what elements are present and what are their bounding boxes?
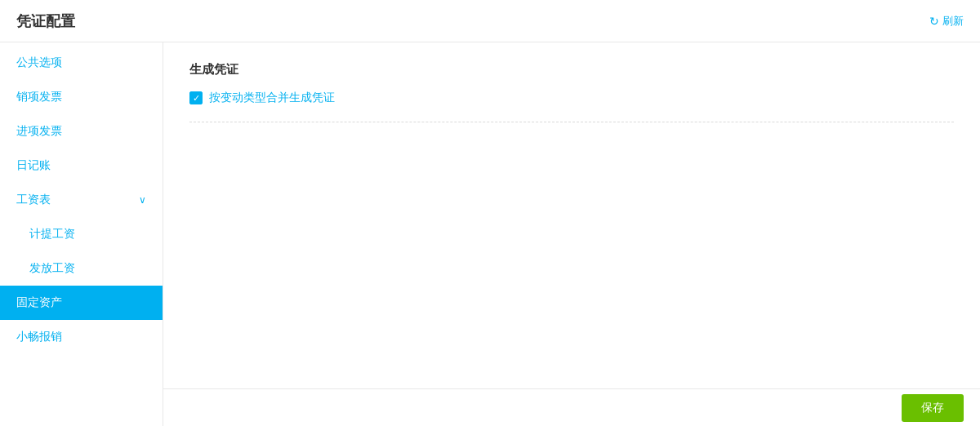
sidebar: 公共选项销项发票进项发票日记账工资表∨计提工资发放工资固定资产小畅报销	[0, 42, 163, 426]
checkbox-row: 按变动类型合并生成凭证	[189, 91, 954, 105]
checkbox-label[interactable]: 按变动类型合并生成凭证	[209, 91, 335, 105]
sidebar-item-petty-expense[interactable]: 小畅报销	[0, 320, 163, 354]
sidebar-item-label: 销项发票	[16, 90, 62, 104]
sidebar-item-purchase-invoice[interactable]: 进项发票	[0, 114, 163, 149]
header: 凭证配置 ↻ 刷新	[0, 0, 980, 42]
section-divider	[189, 122, 954, 122]
sidebar-item-payroll-provision[interactable]: 计提工资	[0, 217, 163, 251]
chevron-down-icon: ∨	[139, 194, 146, 206]
sidebar-item-label: 日记账	[16, 158, 51, 173]
merge-checkbox[interactable]	[189, 91, 203, 104]
sidebar-item-public-options[interactable]: 公共选项	[0, 46, 163, 80]
sidebar-item-label: 公共选项	[16, 55, 62, 70]
sidebar-item-sales-invoice[interactable]: 销项发票	[0, 80, 163, 114]
refresh-icon: ↻	[929, 15, 939, 28]
sidebar-item-journal[interactable]: 日记账	[0, 149, 163, 183]
sidebar-item-label: 发放工资	[29, 261, 75, 276]
sidebar-item-label: 计提工资	[29, 227, 75, 242]
sidebar-item-fixed-assets[interactable]: 固定资产	[0, 286, 163, 320]
section-title: 生成凭证	[189, 62, 954, 78]
sidebar-item-label: 工资表	[16, 193, 51, 207]
refresh-button[interactable]: ↻ 刷新	[929, 14, 964, 29]
refresh-label: 刷新	[942, 14, 964, 29]
sidebar-item-payroll[interactable]: 工资表∨	[0, 183, 163, 217]
sidebar-item-label: 小畅报销	[16, 330, 62, 344]
sidebar-item-label: 进项发票	[16, 124, 62, 139]
save-button[interactable]: 保存	[902, 394, 964, 422]
sidebar-item-label: 固定资产	[16, 295, 62, 310]
main-layout: 公共选项销项发票进项发票日记账工资表∨计提工资发放工资固定资产小畅报销 生成凭证…	[0, 42, 980, 426]
sidebar-item-payroll-payment[interactable]: 发放工资	[0, 251, 163, 286]
page-title: 凭证配置	[16, 11, 75, 31]
content-area: 生成凭证 按变动类型合并生成凭证	[163, 42, 980, 426]
footer: 保存	[163, 388, 980, 426]
